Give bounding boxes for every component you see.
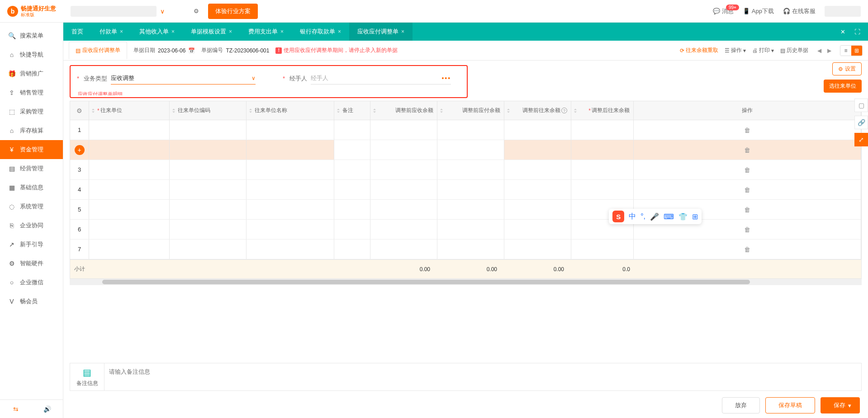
print-dropdown[interactable]: 🖨 打印 ▾ [752,47,774,54]
scroll-thumb[interactable] [102,280,750,284]
close-all-tabs-button[interactable]: ✕ [837,26,848,37]
cell-code[interactable] [170,240,247,259]
operate-dropdown[interactable]: ☰ 操作 ▾ [725,47,746,54]
settings-icon-button[interactable]: ⚙ [190,5,203,18]
history-link[interactable]: ▤ 历史单据 [780,47,808,54]
ime-floating-bar[interactable]: S 中 °, 🎤 ⌨ 👕 ⊞ [609,209,702,224]
table-row[interactable]: 5🗑 [70,200,861,220]
app-download-link[interactable]: 📱 App下载 [743,7,774,15]
cell-pre-recv[interactable] [370,180,437,199]
dock-link-button[interactable]: 🔗 [854,116,868,129]
cell-pre-recv[interactable] [370,220,437,239]
cell-remark[interactable] [334,140,370,160]
cell-pre-recv[interactable] [370,200,437,219]
cell-code[interactable] [170,200,247,219]
dock-expand-button[interactable]: ⤢ [854,133,868,146]
table-row[interactable]: 1🗑 [70,120,861,140]
cell-pre-pay[interactable] [437,240,504,259]
ime-toolbox-icon[interactable]: ⊞ [692,212,698,221]
cell-unit[interactable] [89,240,170,259]
cell-name[interactable] [247,120,334,140]
tab-close-icon[interactable]: × [171,28,175,35]
fullscreen-button[interactable]: ⛶ [852,26,863,37]
cell-pre-pay[interactable] [437,200,504,219]
page-settings-button[interactable]: ⚙ 设置 [832,62,862,75]
col-remark[interactable]: 备注 [334,101,370,120]
help-icon[interactable]: ? [561,108,567,113]
company-selector[interactable]: ∨ [67,4,185,19]
cell-pre-bal[interactable] [504,120,571,140]
cell-remark[interactable] [334,120,370,140]
delete-icon[interactable]: 🗑 [744,127,750,134]
table-row[interactable]: +🗑 [70,140,861,160]
col-name[interactable]: 往来单位名称 [247,101,334,120]
sidebar-hardware[interactable]: ⚙智能硬件 [0,254,63,273]
dock-note-button[interactable]: ▢ [854,99,868,112]
col-code[interactable]: 往来单位编码 [170,101,247,120]
cell-pre-bal[interactable] [504,220,571,239]
remark-input[interactable] [104,363,861,390]
cell-code[interactable] [170,180,247,199]
col-pre-pay[interactable]: 调整前应付余额 [437,101,504,120]
cell-pre-recv[interactable] [370,240,437,259]
cell-remark[interactable] [334,240,370,259]
tab-费用支出单[interactable]: 费用支出单× [240,23,292,41]
cell-name[interactable] [247,160,334,179]
ime-lang-label[interactable]: 中 [629,212,636,221]
cell-post-bal[interactable] [571,160,634,179]
tab-首页[interactable]: 首页 [63,23,91,41]
sidebar-sound-button[interactable]: 🔊 [32,400,63,418]
cell-pre-bal[interactable] [504,180,571,199]
cell-pre-bal[interactable] [504,160,571,179]
ime-mic-icon[interactable]: 🎤 [650,212,659,221]
cell-name[interactable] [247,220,334,239]
sidebar-collapse-button[interactable]: ⇆ [0,400,32,418]
cell-pre-recv[interactable] [370,120,437,140]
recalc-link[interactable]: ⟳ 往来余额重取 [680,47,718,54]
biz-type-select[interactable]: 应收调整 ∨ [111,72,256,85]
tab-close-icon[interactable]: × [338,28,341,35]
select-unit-button[interactable]: 选往来单位 [824,80,862,93]
col-unit[interactable]: *往来单位 [89,101,170,120]
delete-icon[interactable]: 🗑 [744,226,750,233]
discard-button[interactable]: 放弃 [722,397,760,413]
cell-pre-bal[interactable] [504,240,571,259]
cell-post-bal[interactable] [571,120,634,140]
cell-unit[interactable] [89,220,170,239]
cell-name[interactable] [247,200,334,219]
sidebar-marketing[interactable]: 🎁营销推广 [0,64,63,83]
cell-remark[interactable] [334,180,370,199]
tab-其他收入单[interactable]: 其他收入单× [131,23,183,41]
save-draft-button[interactable]: 保存草稿 [765,397,815,413]
add-row-button[interactable]: + [75,145,85,155]
cell-code[interactable] [170,120,247,140]
table-row[interactable]: 6🗑 [70,220,861,240]
cell-remark[interactable] [334,200,370,219]
sidebar-business[interactable]: ▤经营管理 [0,159,63,178]
next-doc-button[interactable]: ▶ [825,46,834,55]
cell-unit[interactable] [89,200,170,219]
cell-unit[interactable] [89,160,170,179]
cell-code[interactable] [170,140,247,160]
cell-name[interactable] [247,180,334,199]
sidebar-collab[interactable]: ⎘企业协同 [0,216,63,235]
cell-pre-bal[interactable] [504,140,571,160]
prev-doc-button[interactable]: ◀ [815,46,824,55]
save-button[interactable]: 保存 ▾ [821,397,860,413]
cell-pre-recv[interactable] [370,140,437,160]
cell-name[interactable] [247,240,334,259]
sidebar-guide[interactable]: ↗新手引导 [0,235,63,254]
sidebar-member[interactable]: V畅会员 [0,292,63,311]
more-icon[interactable]: ••• [441,75,451,82]
sidebar-wechat[interactable]: ○企业微信 [0,273,63,292]
customer-service-link[interactable]: 🎧 在线客服 [783,7,816,15]
experience-button[interactable]: 体验行业方案 [208,4,258,19]
cell-code[interactable] [170,220,247,239]
cell-remark[interactable] [334,160,370,179]
sidebar-sales[interactable]: ⇪销售管理 [0,83,63,102]
cell-unit[interactable] [89,140,170,160]
cell-post-bal[interactable] [571,180,634,199]
delete-icon[interactable]: 🗑 [744,146,750,154]
delete-icon[interactable]: 🗑 [744,166,750,174]
table-row[interactable]: 7🗑 [70,240,861,259]
